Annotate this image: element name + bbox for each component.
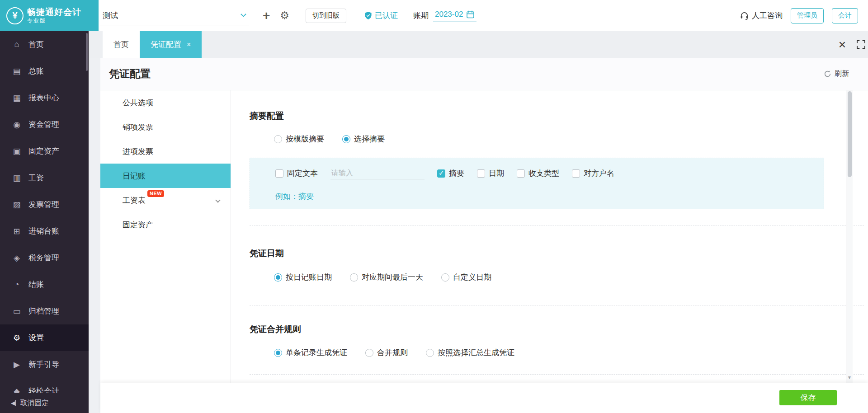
radio-icon [274,135,282,143]
checkbox-label: 日期 [489,168,504,178]
submenu-item-common-options[interactable]: 公共选项 [100,90,231,115]
sidebar-item-label: 结账 [28,279,44,290]
sidebar-item-label: 资金管理 [28,119,59,130]
sidebar: ⌂ 首页 ▤ 总账 ▦ 报表中心 ◉ 资金管理 ▣ 固定资产 ▥ 工资 ▨ 发票… [0,31,89,413]
funds-icon: ◉ [12,120,22,130]
admin-button[interactable]: 管理员 [791,8,824,23]
sidebar-scrollbar[interactable] [86,33,88,71]
sidebar-item-archive[interactable]: ▭ 归档管理 [0,298,89,324]
headset-icon [740,11,749,20]
close-icon[interactable]: × [839,38,846,51]
sidebar-item-label: 归档管理 [28,306,59,316]
sidebar-item-funds[interactable]: ◉ 资金管理 [0,111,89,138]
fixed-text-input[interactable] [330,167,425,179]
chevron-down-icon[interactable] [215,197,220,202]
switch-old-version-button[interactable]: 切到旧版 [306,9,346,23]
submenu-item-purchase-invoice[interactable]: 进项发票 [100,139,231,164]
radio-select-summary[interactable]: 选择摘要 [342,134,385,144]
company-select[interactable]: 测试 [100,6,249,25]
submenu-item-sales-invoice[interactable]: 销项发票 [100,115,231,139]
sidebar-item-settings[interactable]: ⚙ 设置 [0,324,89,351]
example-label: 例如： [275,192,298,201]
save-button[interactable]: 保存 [779,390,837,405]
sidebar-item-closing[interactable]: ◔ 结账 [0,271,89,298]
refresh-button[interactable]: 刷新 [824,69,849,79]
radio-icon [274,273,282,282]
unpin-label: 取消固定 [20,399,49,408]
example-value: 摘要 [298,192,314,201]
checkbox-date[interactable]: 日期 [477,168,504,178]
page-body: 公共选项 销项发票 进项发票 日记账 工资表 NEW 固定资产 摘要配置 [100,90,868,383]
add-account-set-button[interactable]: + [263,9,270,22]
accounting-period: 账期 2023-02 [413,9,476,22]
guide-icon: ▶ [12,360,22,370]
sidebar-item-label: 首页 [28,39,44,50]
footer-bar: 保存 [100,383,868,413]
section-title-merge-rule: 凭证合并规则 [250,324,864,335]
topbar: ¥ 畅捷通好会计 专业版 测试 + ⚙ 切到旧版 已认证 账期 [0,0,868,31]
radio-custom-date[interactable]: 自定义日期 [441,272,491,282]
brand-logo: ¥ 畅捷通好会计 专业版 [0,0,99,31]
radio-period-last-day[interactable]: 对应期间最后一天 [350,272,423,282]
radio-label: 按模版摘要 [286,134,324,144]
checkbox-income-expense-type[interactable]: 收支类型 [517,168,559,178]
fullscreen-icon[interactable] [857,40,865,49]
submenu-item-fixed-assets[interactable]: 固定资产 [100,212,231,237]
salary-icon: ▥ [12,173,22,183]
sidebar-item-guide[interactable]: ▶ 新手引导 [0,351,89,378]
radio-merge-by-selection[interactable]: 按照选择汇总生成凭证 [426,347,514,358]
submenu-item-salary-sheet[interactable]: 工资表 NEW [100,188,231,212]
content-scrollbar[interactable]: ▼ [846,90,853,383]
topbar-right: 人工咨询 管理员 会计 [740,0,858,31]
radio-journal-date[interactable]: 按日记账日期 [274,272,332,282]
checkbox-icon [477,169,485,178]
sidebar-item-tax[interactable]: ◈ 税务管理 [0,244,89,271]
scroll-down-icon[interactable]: ▼ [846,375,853,380]
settings-icon: ⚙ [12,333,22,343]
home-icon: ⌂ [12,40,22,49]
closing-icon: ◔ [12,280,22,289]
tab-close-icon[interactable]: × [187,41,191,48]
checkbox-icon [572,169,580,178]
submenu-item-label: 工资表 [123,195,146,206]
support-label: 人工咨询 [752,10,783,21]
sidebar-item-label: 进销台账 [28,226,59,236]
sidebar-item-general-ledger[interactable]: ▤ 总账 [0,58,89,84]
radio-label: 自定义日期 [453,272,491,282]
period-date-picker[interactable]: 2023-02 [433,9,476,22]
page-title: 凭证配置 [109,67,151,81]
tabbar-actions: × [839,31,868,58]
radio-single-record[interactable]: 单条记录生成凭证 [274,347,347,358]
scrollbar-thumb[interactable] [848,91,852,177]
radio-template-summary[interactable]: 按模版摘要 [274,134,324,144]
checkbox-label: 收支类型 [528,168,559,178]
invoice-icon: ▨ [12,200,22,210]
radio-label: 对应期间最后一天 [362,272,423,282]
radio-merge-rule[interactable]: 合并规则 [365,347,408,358]
sidebar-item-home[interactable]: ⌂ 首页 [0,31,89,58]
sidebar-item-salary[interactable]: ▥ 工资 [0,164,89,191]
tab-label: 凭证配置 [151,39,181,50]
summary-mode-radios: 按模版摘要 选择摘要 [274,134,864,144]
sidebar-item-invoice[interactable]: ▨ 发票管理 [0,191,89,218]
sidebar-item-fixed-assets[interactable]: ▣ 固定资产 [0,138,89,164]
settings-gear-icon[interactable]: ⚙ [280,10,289,21]
page-header: 凭证配置 刷新 [100,58,868,90]
sidebar-item-report-center[interactable]: ▦ 报表中心 [0,84,89,111]
accountant-button[interactable]: 会计 [832,8,858,23]
tab-home[interactable]: 首页 [103,31,140,58]
support-link[interactable]: 人工咨询 [740,10,783,21]
certified-badge: 已认证 [364,10,398,21]
radio-icon [274,349,282,357]
collapse-icon-bar [15,400,16,406]
checkbox-fixed-text[interactable]: 固定文本 [275,168,318,178]
submenu-item-journal[interactable]: 日记账 [100,164,231,188]
radio-icon [365,349,373,357]
tab-voucher-config[interactable]: 凭证配置 × [140,31,202,58]
checkbox-counterparty-name[interactable]: 对方户名 [572,168,614,178]
brand-subtitle: 专业版 [27,18,81,24]
calendar-icon [466,10,475,19]
checkbox-summary[interactable]: 摘要 [437,168,464,178]
sidebar-item-inventory-ledger[interactable]: ⊞ 进销台账 [0,218,89,244]
unpin-sidebar-button[interactable]: ◀ 取消固定 [0,393,89,413]
